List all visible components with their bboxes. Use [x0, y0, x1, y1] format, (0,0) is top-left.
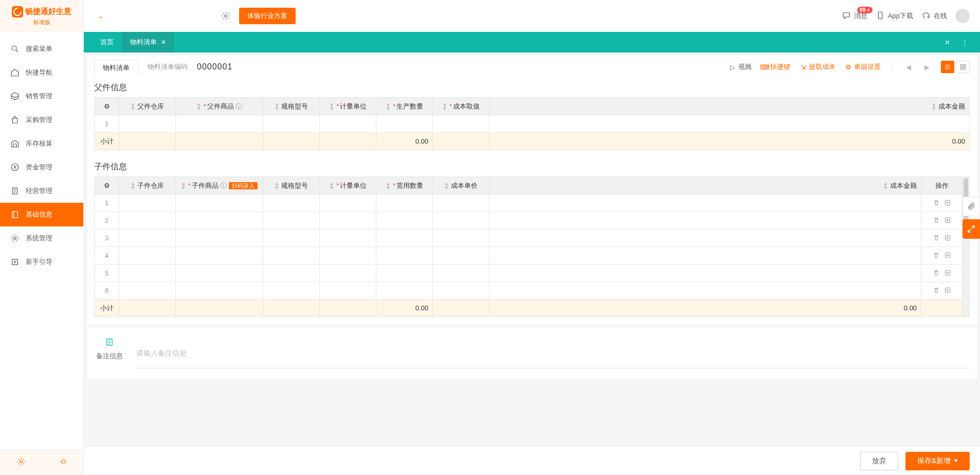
promo-button[interactable]: 体验行业方案 [239, 8, 296, 24]
doc-code-label: 物料清单编码 [148, 62, 188, 72]
tab-close-all-button[interactable]: ✕ [940, 35, 954, 49]
col-parent-product[interactable]: *父件商品 ⓘ [176, 98, 263, 115]
col-child-price[interactable]: 成本单价 [433, 177, 489, 195]
doc-settings-link[interactable]: ⚙单据设置 [845, 62, 881, 72]
sidebar-item-guide[interactable]: 新手引导 [0, 250, 83, 274]
gear-col[interactable]: ⚙ [95, 177, 119, 195]
delete-row-button[interactable] [932, 216, 941, 225]
add-row-button[interactable] [943, 268, 952, 277]
view-form-button[interactable] [941, 61, 954, 73]
doc-header: 物料清单 物料清单编码 0000001 ▷视频 ⌨快捷键 ⇲提取成本 ⚙单据设置… [87, 56, 977, 78]
floating-tools [963, 197, 980, 239]
online-service-button[interactable]: 在线 [921, 11, 947, 22]
col-parent-costmode[interactable]: *成本取值 [433, 98, 489, 115]
close-icon[interactable]: ✕ [161, 39, 166, 46]
app-download-button[interactable]: App下载 [876, 11, 913, 22]
avatar[interactable] [955, 9, 970, 23]
svg-rect-11 [964, 64, 966, 66]
table-row[interactable]: 5 [95, 265, 963, 282]
next-doc-button[interactable]: ▶ [922, 63, 932, 71]
prev-doc-button[interactable]: ◀ [904, 63, 913, 71]
col-parent-warehouse[interactable]: 父件仓库 [119, 98, 176, 115]
col-child-need[interactable]: *需用数量 [376, 177, 433, 195]
table-row[interactable]: 3 [95, 230, 963, 247]
scan-entry-tag[interactable]: 扫码录入 [229, 182, 258, 189]
svg-point-8 [225, 15, 227, 17]
remark-input[interactable] [135, 338, 970, 368]
sidebar-item-biz[interactable]: 经营管理 [0, 179, 83, 203]
sidebar-item-search[interactable]: 搜索菜单 [0, 37, 83, 61]
col-parent-costamt[interactable]: 成本金额 [489, 98, 970, 115]
add-row-button[interactable] [943, 251, 952, 260]
discard-button[interactable]: 放弃 [860, 452, 898, 470]
messages-button[interactable]: 消息 99 + [842, 11, 867, 22]
svg-point-5 [14, 237, 16, 240]
delete-row-button[interactable] [932, 286, 941, 295]
col-parent-qty[interactable]: *生产数量 [376, 98, 433, 115]
search-icon [10, 44, 20, 54]
svg-point-4 [12, 235, 18, 241]
org-settings-button[interactable] [221, 11, 231, 21]
help-icon[interactable]: ⓘ [235, 102, 242, 110]
sidebar-item-label: 搜索菜单 [26, 44, 52, 54]
delete-row-button[interactable] [932, 233, 941, 242]
note-icon [105, 338, 114, 348]
sidebar-item-label: 资金管理 [26, 163, 52, 172]
table-row[interactable]: 2 [95, 212, 963, 230]
sidebar-item-basedata[interactable]: 基础信息 [0, 203, 83, 226]
remark-label: 备注信息 [96, 351, 123, 361]
add-row-button[interactable] [943, 286, 952, 295]
table-row[interactable]: 6 [95, 282, 963, 300]
col-child-spec[interactable]: 规格型号 [263, 177, 320, 195]
sidebar-item-inventory[interactable]: 库存核算 [0, 132, 83, 155]
gear-icon: ⚙ [845, 63, 852, 71]
sidebar-item-label: 销售管理 [26, 92, 52, 101]
col-parent-unit[interactable]: *计量单位 [320, 98, 376, 115]
collapse-icon[interactable] [58, 457, 67, 468]
child-section-title: 子件信息 [94, 157, 970, 177]
view-grid-button[interactable] [956, 61, 970, 73]
sidebar-item-label: 采购管理 [26, 115, 52, 125]
settings-icon[interactable] [16, 457, 26, 468]
sidebar-item-system[interactable]: 系统管理 [0, 226, 83, 250]
tab-bom[interactable]: 物料清单 ✕ [122, 32, 174, 52]
extract-cost-link[interactable]: ⇲提取成本 [800, 62, 836, 72]
app-label: App下载 [888, 11, 913, 21]
table-row[interactable]: 1 [95, 115, 970, 133]
sidebar-item-label: 基础信息 [26, 210, 52, 219]
gear-col[interactable]: ⚙ [95, 98, 119, 115]
sidebar-item-funds[interactable]: 资金管理 [0, 155, 83, 179]
tab-home[interactable]: 首页 [92, 32, 122, 52]
col-child-amt[interactable]: 成本金额 [489, 177, 921, 195]
video-link[interactable]: ▷视频 [729, 62, 752, 72]
delete-row-button[interactable] [932, 251, 941, 260]
col-parent-spec[interactable]: 规格型号 [263, 98, 320, 115]
col-child-product[interactable]: *子件商品 ⓘ扫码录入 [176, 177, 263, 195]
help-icon[interactable]: ⓘ [220, 182, 227, 189]
doc-tab[interactable]: 物料清单 [94, 60, 138, 77]
parent-table: ⚙ 父件仓库 *父件商品 ⓘ 规格型号 *计量单位 *生产数量 *成本取值 成本… [94, 97, 970, 150]
sidebar-item-label: 系统管理 [26, 234, 52, 243]
add-row-button[interactable] [943, 233, 952, 242]
shortcut-link[interactable]: ⌨快捷键 [761, 62, 790, 72]
book-icon [10, 210, 20, 219]
expand-tab[interactable] [963, 219, 980, 239]
sidebar-item-quicknav[interactable]: 快捷导航 [0, 61, 83, 84]
org-selector[interactable]: ⌄ [94, 12, 212, 20]
attachment-tab[interactable] [963, 197, 980, 216]
sidebar-item-sales[interactable]: 销售管理 [0, 84, 83, 108]
table-row[interactable]: 4 [95, 247, 963, 265]
tab-more-button[interactable]: ⋮ [957, 35, 972, 49]
add-row-button[interactable] [943, 198, 952, 207]
main-menu: 搜索菜单 快捷导航 销售管理 采购管理 库存核算 资金管理 经营管理 基础信息 … [0, 32, 83, 449]
save-new-button[interactable]: 保存&新增 [905, 452, 970, 470]
table-row[interactable]: 1 [95, 195, 963, 212]
col-child-unit[interactable]: *计量单位 [320, 177, 376, 195]
delete-row-button[interactable] [932, 198, 941, 207]
money-icon [10, 163, 20, 172]
sidebar-item-purchase[interactable]: 采购管理 [0, 108, 83, 132]
chevron-down-icon: ⌄ [98, 12, 103, 20]
col-child-warehouse[interactable]: 子件仓库 [119, 177, 176, 195]
add-row-button[interactable] [943, 216, 952, 225]
delete-row-button[interactable] [932, 268, 941, 277]
